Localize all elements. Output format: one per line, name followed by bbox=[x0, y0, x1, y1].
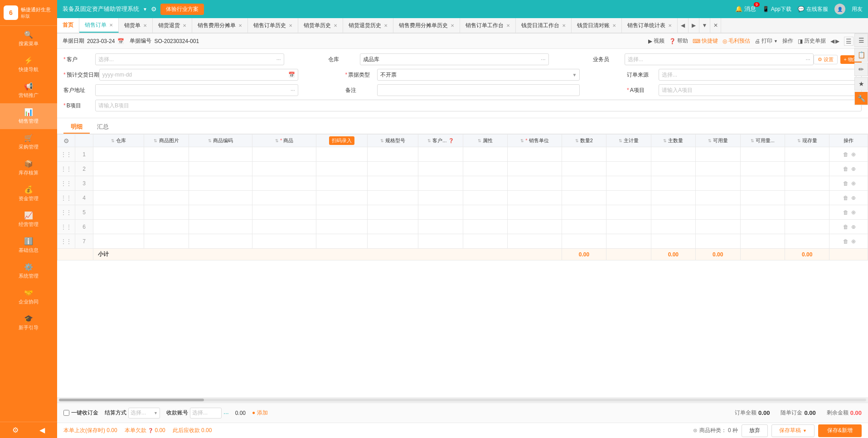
ops-btn[interactable]: 操作 bbox=[782, 37, 793, 45]
date-value[interactable]: 2023-03-24 bbox=[87, 38, 115, 44]
delivery-input[interactable]: yyyy-mm-dd 📅 bbox=[99, 69, 298, 81]
row-delete-6[interactable]: 🗑 bbox=[843, 224, 849, 230]
tab-close-expense-history[interactable]: ✕ bbox=[451, 23, 454, 28]
tab-close-order-stats[interactable]: ✕ bbox=[668, 23, 672, 28]
row-copy-7[interactable]: ⊕ bbox=[851, 238, 856, 245]
sidebar-item-basic[interactable]: ℹ️ 基础信息 bbox=[0, 232, 57, 258]
tab-cash-reconcile[interactable]: 钱货日清对账 ✕ bbox=[572, 18, 622, 33]
sidebar-item-marketing[interactable]: 📢 营销推广 bbox=[0, 77, 57, 103]
profit-btn[interactable]: ◎ 毛利预估 bbox=[723, 37, 750, 45]
col-sales-unit[interactable]: ⇅ * 销售单位 bbox=[508, 135, 562, 147]
sidebar-item-system[interactable]: ⚙️ 系统管理 bbox=[0, 258, 57, 284]
col-qty2[interactable]: ⇅ 数量2 bbox=[562, 135, 606, 147]
warehouse-input[interactable]: 成品库 ··· bbox=[360, 53, 549, 65]
cell-warehouse-1[interactable] bbox=[93, 147, 144, 162]
detail-tab-summary[interactable]: 汇总 bbox=[90, 121, 116, 134]
col-scan[interactable]: 扫码录入 bbox=[316, 135, 368, 147]
next-record-btn[interactable]: ▶ bbox=[835, 38, 839, 44]
industry-btn[interactable]: 体验行业方案 bbox=[160, 4, 204, 15]
row-copy-3[interactable]: ⊕ bbox=[851, 180, 856, 187]
sidebar-item-purchase[interactable]: 🛒 采购管理 bbox=[0, 129, 57, 155]
remark-input[interactable] bbox=[377, 84, 580, 96]
sidebar-item-cooperation[interactable]: 🤝 企业协同 bbox=[0, 284, 57, 310]
settings-panel-btn[interactable]: ⚙ 设置 bbox=[814, 55, 838, 64]
a-project-input[interactable]: 请输入A项目 bbox=[659, 84, 862, 96]
col-attr[interactable]: ⇅ 属性 bbox=[463, 135, 507, 147]
col-available[interactable]: ⇅ 可用量 bbox=[696, 135, 740, 147]
collapse-sidebar-btn[interactable]: ◀ bbox=[39, 426, 45, 434]
view-btn[interactable]: ▶ 视频 bbox=[648, 37, 664, 45]
tab-return[interactable]: 销货退货 ✕ bbox=[153, 18, 192, 33]
tab-order-stats[interactable]: 销售订单统计表 ✕ bbox=[622, 18, 678, 33]
row-copy-6[interactable]: ⊕ bbox=[851, 224, 856, 230]
add-receipt-btn[interactable]: ● 添加 bbox=[252, 409, 268, 417]
b-project-input[interactable]: 请输入B项目 bbox=[95, 100, 862, 111]
online-service-btn[interactable]: 💬 在线客服 bbox=[798, 5, 828, 13]
row-copy-4[interactable]: ⊕ bbox=[851, 195, 856, 201]
tab-cash-workspace[interactable]: 钱货日清工作台 ✕ bbox=[516, 18, 572, 33]
help-btn[interactable]: ❓ 帮助 bbox=[669, 37, 688, 45]
scrollbar-thumb[interactable] bbox=[59, 399, 204, 401]
rs-btn-tool[interactable]: 🔧 bbox=[854, 91, 868, 105]
sidebar-item-guide[interactable]: 🎓 新手引导 bbox=[0, 310, 57, 336]
col-stock[interactable]: ⇅ 现存量 bbox=[785, 135, 829, 147]
tab-order-history[interactable]: 销售订单历史 ✕ bbox=[248, 18, 298, 33]
payment-method-select[interactable]: 选择... ▼ bbox=[128, 408, 160, 419]
customer-input[interactable]: 选择... ··· bbox=[95, 53, 284, 65]
tab-expense-history[interactable]: 销售费用分摊单历史 ✕ bbox=[393, 18, 460, 33]
tab-return-history[interactable]: 销货退货历史 ✕ bbox=[343, 18, 393, 33]
tab-close-return[interactable]: ✕ bbox=[183, 23, 186, 28]
col-product[interactable]: ⇅ * 商品 bbox=[252, 135, 316, 147]
tab-sales-invoice[interactable]: 销货单 ✕ bbox=[119, 18, 153, 33]
tab-close-cash-workspace[interactable]: ✕ bbox=[562, 23, 566, 28]
col-code[interactable]: ⇅ 商品编码 bbox=[189, 135, 252, 147]
quick-order-checkbox[interactable] bbox=[63, 410, 69, 416]
row-copy-1[interactable]: ⊕ bbox=[851, 151, 856, 158]
tab-close-sales-invoice[interactable]: ✕ bbox=[143, 23, 147, 28]
save-new-btn[interactable]: 保存&新增 bbox=[818, 424, 862, 437]
col-spec[interactable]: ⇅ 规格型号 bbox=[367, 135, 418, 147]
col-settings-icon[interactable]: ⚙ bbox=[63, 137, 69, 144]
cell-attr-1[interactable] bbox=[463, 147, 507, 162]
address-input[interactable]: ··· bbox=[95, 84, 298, 96]
col-main-unit[interactable]: ⇅ 主计量 bbox=[606, 135, 651, 147]
tab-close-all-btn[interactable]: ✕ bbox=[710, 18, 721, 33]
sidebar-item-search[interactable]: 🔍 搜索菜单 bbox=[0, 26, 57, 52]
col-customer-code[interactable]: ⇅ 客户... ❓ bbox=[418, 135, 463, 147]
tab-close-cash-reconcile[interactable]: ✕ bbox=[612, 23, 616, 28]
history-btn[interactable]: ◨ 历史单据 bbox=[798, 37, 826, 45]
tab-home[interactable]: 首页 bbox=[57, 18, 79, 33]
discard-btn[interactable]: 放弃 bbox=[742, 424, 768, 437]
save-draft-btn[interactable]: 保存草稿 ▼ bbox=[771, 424, 815, 437]
cell-code-1[interactable] bbox=[189, 147, 252, 162]
tab-close-expense[interactable]: ✕ bbox=[238, 23, 242, 28]
sidebar-item-inventory[interactable]: 📦 库存核算 bbox=[0, 155, 57, 181]
tab-close-sales-order[interactable]: ✕ bbox=[109, 23, 113, 28]
row-delete-2[interactable]: 🗑 bbox=[843, 166, 849, 172]
col-available2[interactable]: ⇅ 可用量... bbox=[740, 135, 785, 147]
shortcut-btn[interactable]: ⌨ 快捷键 bbox=[693, 37, 718, 45]
tab-menu-btn[interactable]: ▼ bbox=[699, 18, 710, 33]
prev-record-btn[interactable]: ◀ bbox=[830, 38, 834, 44]
order-source-select[interactable]: 选择... ▼ bbox=[659, 69, 862, 81]
tab-prev-btn[interactable]: ◀ bbox=[678, 18, 689, 33]
cell-mainqty-1[interactable] bbox=[651, 147, 695, 162]
cell-qty2-1[interactable] bbox=[562, 147, 606, 162]
row-delete-1[interactable]: 🗑 bbox=[843, 151, 849, 158]
invoice-select[interactable]: 不开票 ▼ bbox=[377, 69, 580, 81]
sidebar-item-finance[interactable]: 💰 资金管理 bbox=[0, 181, 57, 207]
row-delete-3[interactable]: 🗑 bbox=[843, 180, 849, 187]
staff-dots-btn[interactable]: ··· bbox=[806, 56, 810, 63]
row-delete-4[interactable]: 🗑 bbox=[843, 195, 849, 201]
col-settings[interactable]: ⚙ bbox=[58, 135, 75, 147]
row-delete-7[interactable]: 🗑 bbox=[843, 238, 849, 245]
cell-custcode-1[interactable] bbox=[418, 147, 463, 162]
topbar-gear-btn[interactable]: ⚙ bbox=[151, 5, 157, 13]
tab-close-order-workspace[interactable]: ✕ bbox=[506, 23, 510, 28]
tab-next-btn[interactable]: ▶ bbox=[689, 18, 699, 33]
tab-close-invoice-history[interactable]: ✕ bbox=[334, 23, 337, 28]
col-main-qty[interactable]: ⇅ 主数量 bbox=[651, 135, 695, 147]
tab-invoice-history[interactable]: 销货单历史 ✕ bbox=[298, 18, 343, 33]
detail-tab-detail[interactable]: 明细 bbox=[63, 121, 90, 134]
rs-btn-star[interactable]: ★ bbox=[854, 77, 868, 91]
